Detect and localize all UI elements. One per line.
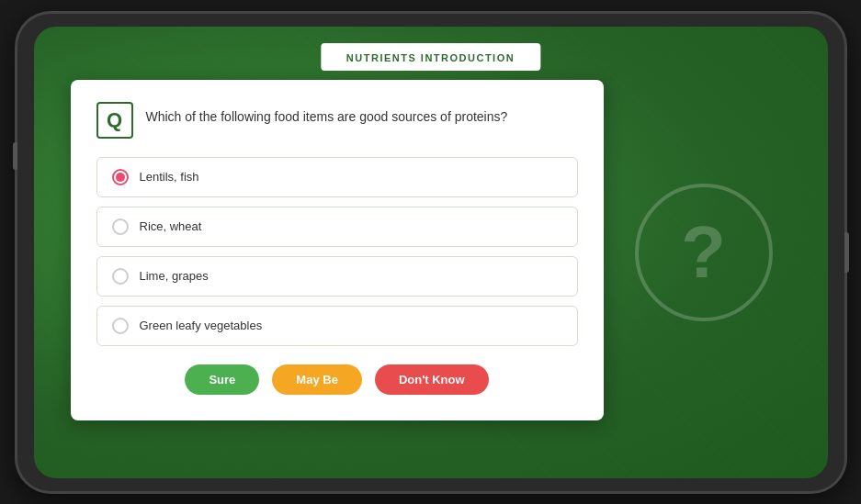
option-label-4: Green leafy vegetables	[140, 319, 263, 332]
radio-1[interactable]	[112, 169, 129, 185]
page-title: NUTRIENTS INTRODUCTION	[346, 52, 515, 63]
option-2[interactable]: Rice, wheat	[96, 207, 578, 247]
question-text: Which of the following food items are go…	[146, 102, 508, 127]
tablet-frame: NUTRIENTS INTRODUCTION ? Q Which of the …	[17, 14, 844, 491]
radio-2[interactable]	[112, 218, 129, 235]
sure-button[interactable]: Sure	[185, 364, 259, 395]
decoration-question-mark: ?	[635, 184, 773, 321]
action-buttons: Sure May Be Don't Know	[96, 364, 578, 395]
title-bar: NUTRIENTS INTRODUCTION	[321, 43, 540, 71]
radio-4[interactable]	[112, 318, 129, 334]
dontknow-button[interactable]: Don't Know	[375, 364, 489, 395]
tablet-power-button	[844, 232, 849, 273]
decoration-symbol: ?	[681, 210, 726, 295]
option-4[interactable]: Green leafy vegetables	[96, 306, 578, 346]
option-label-1: Lentils, fish	[140, 170, 199, 184]
question-badge: Q	[96, 102, 133, 139]
option-label-3: Lime, grapes	[140, 269, 209, 283]
option-label-2: Rice, wheat	[140, 219, 202, 233]
radio-3[interactable]	[112, 268, 129, 285]
question-header: Q Which of the following food items are …	[96, 102, 578, 139]
option-3[interactable]: Lime, grapes	[96, 256, 578, 297]
tablet-screen: NUTRIENTS INTRODUCTION ? Q Which of the …	[34, 27, 828, 478]
content-card: Q Which of the following food items are …	[71, 80, 604, 420]
options-list: Lentils, fish Rice, wheat Lime, grapes G…	[96, 157, 578, 346]
option-1[interactable]: Lentils, fish	[96, 157, 578, 197]
radio-inner-1	[116, 173, 125, 182]
maybe-button[interactable]: May Be	[272, 364, 362, 395]
